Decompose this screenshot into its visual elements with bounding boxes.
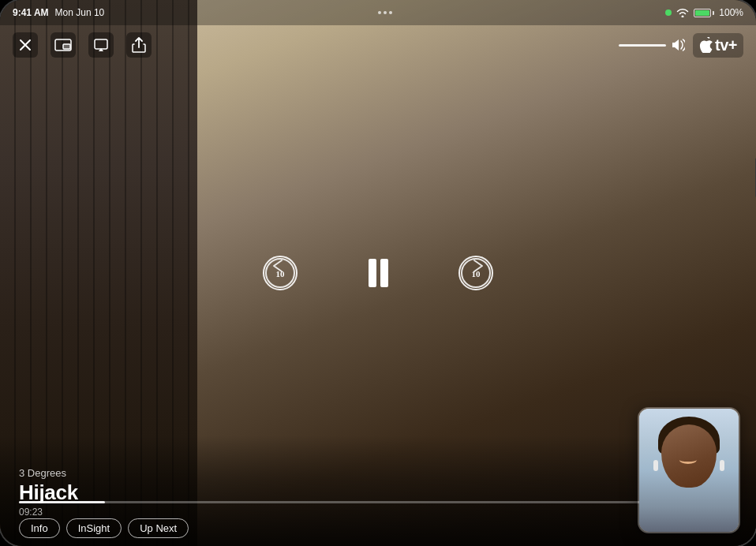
battery-percent: 100%	[719, 7, 743, 18]
facetime-video	[639, 409, 739, 532]
skip-back-button[interactable]: 10	[263, 256, 298, 290]
airpod-left-icon	[653, 460, 658, 471]
close-button[interactable]	[13, 32, 38, 58]
apple-logo-icon	[699, 37, 715, 53]
skip-forward-button[interactable]: 10	[458, 256, 493, 290]
skip-back-icon: 10	[264, 257, 296, 289]
status-time: 9:41 AM	[13, 7, 49, 18]
wifi-icon	[676, 8, 689, 17]
airplay-icon	[93, 38, 109, 52]
volume-track	[619, 44, 666, 47]
ipad-screen: 9:41 AM Mon Jun 10	[0, 0, 756, 546]
pip-icon	[54, 39, 72, 51]
ipad-frame: 9:41 AM Mon Jun 10	[0, 0, 756, 546]
up-next-button[interactable]: Up Next	[128, 518, 189, 538]
appletv-text: tv+	[715, 36, 737, 54]
episode-time: 09:23	[19, 507, 737, 518]
status-right: 100%	[665, 7, 743, 18]
progress-fill	[19, 501, 105, 503]
progress-track[interactable]	[19, 501, 737, 503]
info-button[interactable]: Info	[19, 518, 60, 538]
share-icon	[132, 37, 146, 53]
status-bar: 9:41 AM Mon Jun 10	[0, 0, 756, 25]
skip-forward-icon: 10	[460, 257, 492, 289]
controls-left-group	[13, 32, 152, 58]
dot-1	[378, 11, 381, 14]
pause-bar-right	[380, 259, 388, 287]
progress-container[interactable]: 09:23	[19, 501, 737, 518]
close-icon	[19, 39, 32, 51]
dot-2	[384, 11, 387, 14]
status-left: 9:41 AM Mon Jun 10	[13, 7, 104, 18]
dot-3	[389, 11, 392, 14]
show-info: 3 Degrees Hijack	[19, 467, 78, 505]
airplay-button[interactable]	[88, 32, 114, 58]
airpod-right-icon	[720, 460, 724, 471]
show-subtitle: 3 Degrees	[19, 467, 78, 479]
pause-icon	[369, 259, 388, 287]
insight-button[interactable]: InSight	[66, 518, 122, 538]
pip-button[interactable]	[51, 32, 76, 58]
bottom-buttons-group: Info InSight Up Next	[19, 518, 189, 538]
person-face	[661, 424, 717, 488]
person-smile	[679, 456, 697, 464]
pause-bar-left	[369, 259, 376, 287]
controls-top-bar: tv+	[0, 25, 756, 65]
volume-control[interactable]	[619, 39, 685, 51]
playback-controls: 10 10	[263, 256, 493, 290]
status-dots	[378, 11, 392, 14]
status-date: Mon Jun 10	[55, 7, 105, 18]
controls-right-group: tv+	[619, 33, 743, 58]
charging-indicator	[665, 9, 672, 16]
facetime-pip[interactable]	[638, 407, 740, 533]
pause-button[interactable]	[361, 256, 395, 290]
svg-rect-1	[63, 44, 70, 49]
appletv-logo: tv+	[693, 33, 743, 58]
battery-icon	[694, 9, 714, 17]
share-button[interactable]	[126, 32, 152, 58]
volume-icon	[671, 39, 685, 51]
